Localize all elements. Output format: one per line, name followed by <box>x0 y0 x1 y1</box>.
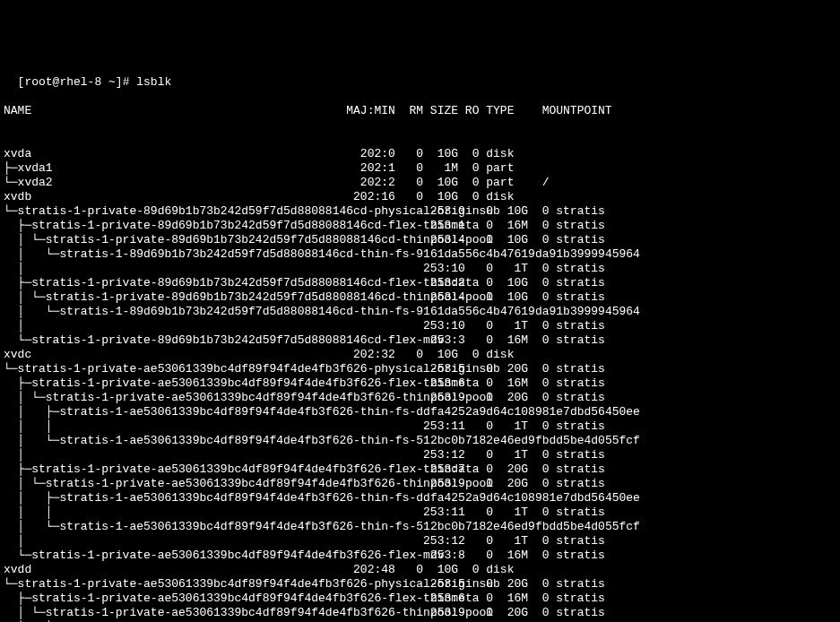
device-name: │ └─stratis-1-private-89d69b1b73b242d59f… <box>4 233 416 247</box>
type-cell: stratis <box>549 477 611 491</box>
col-rm: RM <box>395 104 423 118</box>
size-cell: 1T <box>493 534 528 549</box>
terminal-output: [root@rhel-8 ~]# lsblk NAMEMAJ:MINRMSIZE… <box>4 61 836 622</box>
size-cell: 20G <box>493 577 528 592</box>
lsblk-row: │ └─stratis-1-private-ae53061339bc4df89f… <box>4 477 836 491</box>
ro-cell: 0 <box>528 419 549 434</box>
majmin-cell: 253:10 <box>416 319 465 333</box>
lsblk-row: ├─xvda1202:101M0part <box>4 161 836 176</box>
rm-cell: 0 <box>465 505 493 520</box>
device-name: ├─stratis-1-private-ae53061339bc4df89f94… <box>4 462 416 477</box>
lsblk-row: ├─stratis-1-private-89d69b1b73b242d59f7d… <box>4 219 836 233</box>
lsblk-row: ├─stratis-1-private-89d69b1b73b242d59f7d… <box>4 276 836 290</box>
lsblk-row: │ └─stratis-1-ae53061339bc4df89f94f4de4f… <box>4 434 836 448</box>
size-cell: 16M <box>493 219 528 233</box>
rm-cell: 0 <box>465 319 493 333</box>
size-cell: 20G <box>493 462 528 477</box>
size-cell: 10G <box>423 147 458 161</box>
type-cell: stratis <box>549 462 611 477</box>
rm-cell: 0 <box>465 362 493 376</box>
shell-prompt[interactable]: [root@rhel-8 ~]# lsblk <box>18 75 172 89</box>
size-cell: 20G <box>493 477 528 491</box>
ro-cell: 0 <box>528 606 549 620</box>
rm-cell: 0 <box>465 577 493 592</box>
type-cell: disk <box>479 190 541 204</box>
majmin-cell: 253:6 <box>416 592 465 606</box>
ro-cell: 0 <box>458 190 479 204</box>
type-cell: part <box>479 161 541 176</box>
rm-cell: 0 <box>465 262 493 276</box>
ro-cell: 0 <box>528 448 549 462</box>
type-cell: stratis <box>549 319 611 333</box>
device-name: ├─stratis-1-private-89d69b1b73b242d59f7d… <box>4 219 416 233</box>
device-name: ├─stratis-1-private-89d69b1b73b242d59f7d… <box>4 276 416 290</box>
type-cell: stratis <box>549 592 611 606</box>
col-name: NAME <box>4 104 346 118</box>
size-cell: 1T <box>493 319 528 333</box>
majmin-cell: 253:0 <box>416 204 465 219</box>
lsblk-row: │ └─stratis-1-ae53061339bc4df89f94f4de4f… <box>4 520 836 534</box>
type-cell: stratis <box>549 549 611 563</box>
ro-cell: 0 <box>528 462 549 477</box>
size-cell: 16M <box>493 549 528 563</box>
lsblk-row: │ └─stratis-1-89d69b1b73b242d59f7d5d8808… <box>4 247 836 262</box>
device-name: │ ├─stratis-1-ae53061339bc4df89f94f4de4f… <box>4 405 836 419</box>
rm-cell: 0 <box>395 147 423 161</box>
rm-cell: 0 <box>465 477 493 491</box>
type-cell: stratis <box>549 505 611 520</box>
type-cell: stratis <box>549 262 611 276</box>
rm-cell: 0 <box>465 592 493 606</box>
size-cell: 1T <box>493 262 528 276</box>
size-cell: 10G <box>423 176 458 190</box>
device-name: └─stratis-1-private-ae53061339bc4df89f94… <box>4 549 416 563</box>
type-cell: stratis <box>549 606 611 620</box>
lsblk-row: ├─stratis-1-private-ae53061339bc4df89f94… <box>4 462 836 477</box>
lsblk-row: └─xvda2202:2010G0part/ <box>4 176 836 190</box>
rm-cell: 0 <box>465 376 493 391</box>
rm-cell: 0 <box>395 161 423 176</box>
majmin-cell: 253:6 <box>416 376 465 391</box>
rm-cell: 0 <box>465 219 493 233</box>
majmin-cell: 253:1 <box>416 219 465 233</box>
lsblk-row: xvdd202:48010G0disk <box>4 563 836 577</box>
ro-cell: 0 <box>528 262 549 276</box>
majmin-cell: 202:16 <box>346 190 395 204</box>
size-cell: 10G <box>423 348 458 362</box>
lsblk-row: │253:1201T0stratis <box>4 534 836 549</box>
majmin-cell: 253:11 <box>416 419 465 434</box>
rm-cell: 0 <box>465 290 493 305</box>
size-cell: 10G <box>493 276 528 290</box>
majmin-cell: 253:5 <box>416 577 465 592</box>
size-cell: 10G <box>423 563 458 577</box>
type-cell: disk <box>479 147 541 161</box>
lsblk-row: │253:1201T0stratis <box>4 448 836 462</box>
device-name: └─stratis-1-private-89d69b1b73b242d59f7d… <box>4 204 416 219</box>
majmin-cell: 253:9 <box>416 391 465 405</box>
device-name: │ │ <box>4 419 416 434</box>
device-name: ├─stratis-1-private-ae53061339bc4df89f94… <box>4 592 416 606</box>
lsblk-row: └─stratis-1-private-ae53061339bc4df89f94… <box>4 577 836 592</box>
device-name: │ │ <box>4 505 416 520</box>
ro-cell: 0 <box>528 319 549 333</box>
mount-cell: / <box>542 176 619 190</box>
type-cell: stratis <box>549 204 611 219</box>
size-cell: 1T <box>493 419 528 434</box>
ro-cell: 0 <box>458 161 479 176</box>
size-cell: 16M <box>493 592 528 606</box>
lsblk-row: │ └─stratis-1-private-89d69b1b73b242d59f… <box>4 290 836 305</box>
rm-cell: 0 <box>465 606 493 620</box>
device-name: │ ├─stratis-1-ae53061339bc4df89f94f4de4f… <box>4 491 836 505</box>
majmin-cell: 253:11 <box>416 505 465 520</box>
lsblk-row: │ ├─stratis-1-ae53061339bc4df89f94f4de4f… <box>4 491 836 505</box>
ro-cell: 0 <box>528 592 549 606</box>
col-type: TYPE <box>479 104 541 118</box>
device-name: xvdb <box>4 190 346 204</box>
majmin-cell: 253:7 <box>416 462 465 477</box>
lsblk-row: │ └─stratis-1-private-89d69b1b73b242d59f… <box>4 233 836 247</box>
col-majmin: MAJ:MIN <box>346 104 395 118</box>
rm-cell: 0 <box>465 391 493 405</box>
majmin-cell: 253:4 <box>416 290 465 305</box>
lsblk-row: │ └─stratis-1-private-ae53061339bc4df89f… <box>4 606 836 620</box>
lsblk-row: ├─stratis-1-private-ae53061339bc4df89f94… <box>4 592 836 606</box>
majmin-cell: 253:4 <box>416 233 465 247</box>
